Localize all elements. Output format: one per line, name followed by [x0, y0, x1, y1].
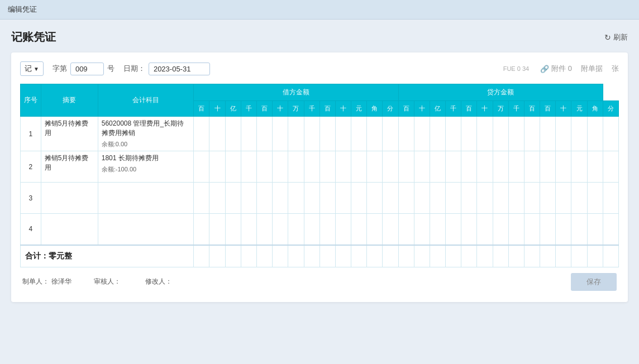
cell-summary-1[interactable]: 摊销5月待摊费用	[41, 151, 98, 183]
debit-cell-r1-d2[interactable]	[225, 151, 241, 183]
debit-cell-r0-d12[interactable]	[383, 117, 398, 151]
debit-cell-r2-d4[interactable]	[257, 183, 273, 214]
debit-cell-r1-d4[interactable]	[257, 151, 273, 183]
debit-cell-r0-d6[interactable]	[288, 117, 304, 151]
credit-cell-r2-d1[interactable]	[414, 183, 430, 214]
debit-cell-r1-d10[interactable]	[351, 151, 367, 183]
debit-cell-r2-d10[interactable]	[351, 183, 367, 214]
credit-cell-r0-d4[interactable]	[461, 117, 477, 151]
debit-cell-r0-d5[interactable]	[273, 117, 288, 151]
credit-cell-r1-d5[interactable]	[477, 151, 493, 183]
debit-cell-r2-d12[interactable]	[383, 183, 398, 214]
debit-cell-r1-d5[interactable]	[273, 151, 288, 183]
credit-cell-r2-d13[interactable]	[603, 183, 618, 214]
voucher-number-input[interactable]	[70, 63, 104, 75]
debit-cell-r3-d9[interactable]	[335, 214, 351, 245]
debit-cell-r1-d11[interactable]	[367, 151, 383, 183]
debit-cell-r0-d4[interactable]	[257, 117, 273, 151]
credit-cell-r0-d11[interactable]	[571, 117, 587, 151]
debit-cell-r0-d9[interactable]	[335, 117, 351, 151]
debit-cell-r3-d1[interactable]	[209, 214, 225, 245]
credit-cell-r3-d4[interactable]	[461, 214, 477, 245]
credit-cell-r2-d2[interactable]	[430, 183, 445, 214]
debit-cell-r3-d8[interactable]	[320, 214, 335, 245]
credit-cell-r1-d1[interactable]	[414, 151, 430, 183]
credit-cell-r1-d0[interactable]	[398, 151, 414, 183]
credit-cell-r1-d10[interactable]	[556, 151, 571, 183]
credit-cell-r0-d3[interactable]	[446, 117, 461, 151]
cell-seq-1[interactable]: 2	[21, 151, 41, 183]
debit-cell-r3-d3[interactable]	[241, 214, 256, 245]
credit-cell-r2-d10[interactable]	[556, 183, 571, 214]
debit-cell-r2-d7[interactable]	[304, 183, 320, 214]
credit-cell-r3-d12[interactable]	[587, 214, 603, 245]
cell-seq-2[interactable]: 3	[21, 183, 41, 214]
credit-cell-r0-d5[interactable]	[477, 117, 493, 151]
attach-button[interactable]: 🔗 附件 0	[540, 64, 572, 74]
credit-cell-r3-d5[interactable]	[477, 214, 493, 245]
cell-seq-0[interactable]: 1	[21, 117, 41, 151]
debit-cell-r1-d9[interactable]	[335, 151, 351, 183]
voucher-type-dropdown[interactable]: 记 ▼	[20, 61, 44, 76]
credit-cell-r1-d3[interactable]	[446, 151, 461, 183]
cell-account-3[interactable]	[98, 214, 194, 245]
credit-cell-r1-d13[interactable]	[603, 151, 618, 183]
credit-cell-r3-d9[interactable]	[540, 214, 556, 245]
credit-cell-r1-d4[interactable]	[461, 151, 477, 183]
debit-cell-r3-d4[interactable]	[257, 214, 273, 245]
credit-cell-r3-d10[interactable]	[556, 214, 571, 245]
credit-cell-r2-d7[interactable]	[508, 183, 524, 214]
debit-cell-r0-d11[interactable]	[367, 117, 383, 151]
debit-cell-r3-d0[interactable]	[194, 214, 209, 245]
credit-cell-r2-d11[interactable]	[571, 183, 587, 214]
credit-cell-r1-d9[interactable]	[540, 151, 556, 183]
cell-account-2[interactable]	[98, 183, 194, 214]
credit-cell-r0-d13[interactable]	[603, 117, 618, 151]
debit-cell-r1-d0[interactable]	[194, 151, 209, 183]
debit-cell-r2-d2[interactable]	[225, 183, 241, 214]
credit-cell-r2-d4[interactable]	[461, 183, 477, 214]
credit-cell-r2-d6[interactable]	[493, 183, 508, 214]
debit-cell-r3-d10[interactable]	[351, 214, 367, 245]
credit-cell-r0-d8[interactable]	[524, 117, 540, 151]
debit-cell-r0-d3[interactable]	[241, 117, 256, 151]
credit-cell-r1-d12[interactable]	[587, 151, 603, 183]
credit-cell-r1-d7[interactable]	[508, 151, 524, 183]
cell-account-1[interactable]: 1801 长期待摊费用余额:-100.00	[98, 151, 194, 183]
credit-cell-r3-d0[interactable]	[398, 214, 414, 245]
credit-cell-r1-d2[interactable]	[430, 151, 445, 183]
credit-cell-r3-d2[interactable]	[430, 214, 445, 245]
debit-cell-r1-d3[interactable]	[241, 151, 256, 183]
cell-summary-0[interactable]: 摊销5月待摊费用	[41, 117, 98, 151]
debit-cell-r3-d7[interactable]	[304, 214, 320, 245]
credit-cell-r3-d3[interactable]	[446, 214, 461, 245]
credit-cell-r0-d6[interactable]	[493, 117, 508, 151]
date-input[interactable]	[149, 63, 210, 75]
debit-cell-r2-d0[interactable]	[194, 183, 209, 214]
credit-cell-r1-d6[interactable]	[493, 151, 508, 183]
credit-cell-r0-d9[interactable]	[540, 117, 556, 151]
credit-cell-r0-d1[interactable]	[414, 117, 430, 151]
save-button[interactable]: 保存	[571, 273, 617, 291]
debit-cell-r2-d5[interactable]	[273, 183, 288, 214]
debit-cell-r2-d1[interactable]	[209, 183, 225, 214]
debit-cell-r2-d11[interactable]	[367, 183, 383, 214]
debit-cell-r2-d8[interactable]	[320, 183, 335, 214]
credit-cell-r3-d1[interactable]	[414, 214, 430, 245]
debit-cell-r1-d6[interactable]	[288, 151, 304, 183]
debit-cell-r0-d1[interactable]	[209, 117, 225, 151]
credit-cell-r0-d10[interactable]	[556, 117, 571, 151]
cell-summary-3[interactable]	[41, 214, 98, 245]
debit-cell-r3-d5[interactable]	[273, 214, 288, 245]
debit-cell-r2-d9[interactable]	[335, 183, 351, 214]
debit-cell-r3-d11[interactable]	[367, 214, 383, 245]
cell-seq-3[interactable]: 4	[21, 214, 41, 245]
cell-account-0[interactable]: 56020008 管理费用_长期待摊费用摊销余额:0.00	[98, 117, 194, 151]
debit-cell-r1-d8[interactable]	[320, 151, 335, 183]
credit-cell-r2-d5[interactable]	[477, 183, 493, 214]
credit-cell-r2-d0[interactable]	[398, 183, 414, 214]
credit-cell-r3-d6[interactable]	[493, 214, 508, 245]
credit-cell-r0-d0[interactable]	[398, 117, 414, 151]
credit-cell-r2-d8[interactable]	[524, 183, 540, 214]
debit-cell-r3-d6[interactable]	[288, 214, 304, 245]
